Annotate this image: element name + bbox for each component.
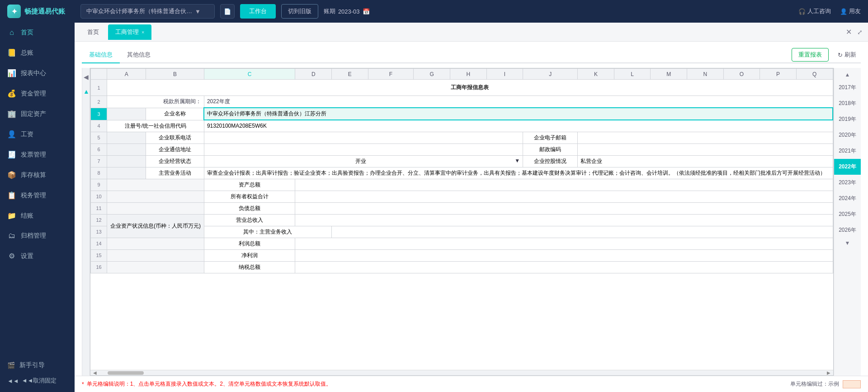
col-header-n[interactable]: N (687, 69, 723, 80)
sidebar-item-guide[interactable]: 🎬 新手引导 (7, 357, 67, 374)
cell-15-d[interactable] (295, 249, 833, 261)
cell-9-ab[interactable] (107, 179, 204, 191)
col-header-l[interactable]: L (614, 69, 651, 80)
reset-report-button[interactable]: 重置报表 (792, 48, 829, 62)
sidebar-item-invoice[interactable]: 🧾 发票管理 (0, 144, 75, 165)
sidebar-item-home[interactable]: ⌂ 首页 (0, 23, 75, 43)
tab-business-mgmt[interactable]: 工商管理 × (108, 24, 151, 40)
col-header-f[interactable]: F (368, 69, 414, 80)
maximize-icon[interactable]: ⤢ (857, 29, 863, 36)
company-selector[interactable]: 中审众环会计师事务所（特殊普通合伙… ▼ (80, 4, 215, 19)
cell-9-c[interactable]: 资产总额 (204, 179, 295, 191)
cell-11-d[interactable] (295, 202, 833, 214)
cell-12-ab[interactable]: 企业资产状况信息(币种：人民币万元) (107, 214, 204, 238)
consult-button[interactable]: 🎧 人工咨询 (798, 7, 831, 15)
year-item-2018[interactable]: 2018年 (834, 96, 861, 111)
horizontal-scrollbar[interactable]: ◀ ▶ (90, 370, 833, 375)
cell-6-k[interactable] (578, 143, 833, 155)
cell-10-ab[interactable] (107, 191, 204, 202)
year-nav-down[interactable]: ▼ (834, 238, 861, 248)
sidebar-item-tax[interactable]: 📋 税务管理 (0, 185, 75, 206)
refresh-button[interactable]: ↻ 刷新 (833, 48, 861, 61)
cell-12-c[interactable]: 营业总收入 (204, 214, 295, 226)
cell-10-c[interactable]: 所有者权益合计 (204, 191, 295, 202)
sidebar-item-general-ledger[interactable]: 📒 总账 (0, 43, 75, 63)
cell-6-c[interactable] (204, 143, 523, 155)
sheet-title-cell[interactable]: 工商年报信息表 (107, 80, 833, 96)
cell-2-ab[interactable]: 税款所属期间： (107, 96, 204, 108)
sidebar-item-fixed-assets[interactable]: 🏢 固定资产 (0, 104, 75, 124)
pin-button[interactable]: ◄◄ ◄◄取消固定 (7, 374, 67, 387)
sidebar-item-reports[interactable]: 📊 报表中心 (0, 63, 75, 83)
calendar-icon[interactable]: 📅 (363, 8, 370, 15)
cell-5-k[interactable] (578, 132, 833, 143)
cell-16-c[interactable]: 纳税总额 (204, 261, 295, 273)
year-item-2025[interactable]: 2025年 (834, 206, 861, 222)
cell-13-e[interactable] (332, 226, 833, 238)
scroll-thumb[interactable] (108, 371, 144, 375)
cell-5-c[interactable] (204, 132, 523, 143)
col-header-d[interactable]: D (295, 69, 332, 80)
year-item-2024[interactable]: 2024年 (834, 191, 861, 206)
col-header-j[interactable]: J (523, 69, 578, 80)
collapse-right-icon[interactable]: ◀ (82, 72, 90, 82)
cell-5-b[interactable]: 企业联系电话 (146, 132, 204, 143)
cell-11-c[interactable]: 负债总额 (204, 202, 295, 214)
cell-13-c[interactable]: 其中：主营业务收入 (204, 226, 331, 238)
cell-15-c[interactable]: 净利润 (204, 249, 295, 261)
cell-5-a[interactable] (107, 132, 146, 143)
cell-10-d[interactable] (295, 191, 833, 202)
col-header-e[interactable]: E (332, 69, 368, 80)
sidebar-item-inventory[interactable]: 📦 库存核算 (0, 165, 75, 185)
cell-7-b[interactable]: 企业经营状态 (146, 155, 204, 167)
cell-7-j[interactable]: 企业控股情况 (523, 155, 578, 167)
cell-15-ab[interactable] (107, 249, 204, 261)
cell-8-b[interactable]: 主营业务活动 (146, 167, 204, 179)
sidebar-item-closing[interactable]: 📁 结账 (0, 206, 75, 226)
cell-8-a[interactable] (107, 167, 146, 179)
cell-6-a[interactable] (107, 143, 146, 155)
col-header-q[interactable]: Q (796, 69, 833, 80)
col-header-b[interactable]: B (146, 69, 204, 80)
expand-right-icon[interactable]: ▲ (82, 86, 90, 97)
switch-version-button[interactable]: 切到旧版 (281, 4, 318, 19)
cell-3-b[interactable]: 企业名称 (146, 108, 204, 120)
document-icon[interactable]: 📄 (220, 4, 235, 19)
col-header-c[interactable]: C (204, 69, 295, 80)
sidebar-item-funds[interactable]: 💰 资金管理 (0, 83, 75, 104)
col-header-i[interactable]: I (486, 69, 523, 80)
close-window-icon[interactable]: ✕ (846, 28, 852, 36)
cell-14-ab[interactable] (107, 238, 204, 249)
scroll-left-arrow[interactable]: ◀ (91, 370, 99, 376)
user-menu[interactable]: 👤 用友 (840, 7, 861, 15)
cell-3-c[interactable]: 中审众环会计师事务所（特殊普通合伙）江苏分所 (204, 108, 833, 120)
sidebar-item-settings[interactable]: ⚙ 设置 (0, 246, 75, 266)
cell-7-c[interactable]: 开业 ▼ (204, 155, 523, 167)
sidebar-item-archive[interactable]: 🗂 归档管理 (0, 226, 75, 246)
cell-4-c[interactable]: 91320100MA208E5W6K (204, 120, 833, 132)
scroll-right-arrow[interactable]: ▶ (825, 370, 832, 376)
cell-9-d[interactable] (295, 179, 833, 191)
cell-7-a[interactable] (107, 155, 146, 167)
col-header-p[interactable]: P (760, 69, 797, 80)
subtab-other[interactable]: 其他信息 (120, 47, 158, 63)
col-header-k[interactable]: K (578, 69, 614, 80)
cell-7-k[interactable]: 私营企业 (578, 155, 833, 167)
cell-5-j[interactable]: 企业电子邮箱 (523, 132, 578, 143)
year-item-2020[interactable]: 2020年 (834, 127, 861, 143)
sidebar-item-payroll[interactable]: 👤 工资 (0, 124, 75, 144)
subtab-basic[interactable]: 基础信息 (82, 47, 120, 63)
year-item-2026[interactable]: 2026年 (834, 222, 861, 238)
col-header-g[interactable]: G (414, 69, 450, 80)
cell-16-d[interactable] (295, 261, 833, 273)
cell-14-c[interactable]: 利润总额 (204, 238, 295, 249)
year-item-2019[interactable]: 2019年 (834, 111, 861, 127)
year-nav-up[interactable]: ▲ (834, 70, 861, 80)
cell-16-ab[interactable] (107, 261, 204, 273)
sheet-scroll-area[interactable]: A B C D E F G H I J (90, 68, 833, 370)
tab-close-icon[interactable]: × (142, 29, 144, 35)
cell-11-ab[interactable] (107, 202, 204, 214)
col-header-o[interactable]: O (723, 69, 760, 80)
year-item-2017[interactable]: 2017年 (834, 80, 861, 96)
col-header-h[interactable]: H (450, 69, 487, 80)
